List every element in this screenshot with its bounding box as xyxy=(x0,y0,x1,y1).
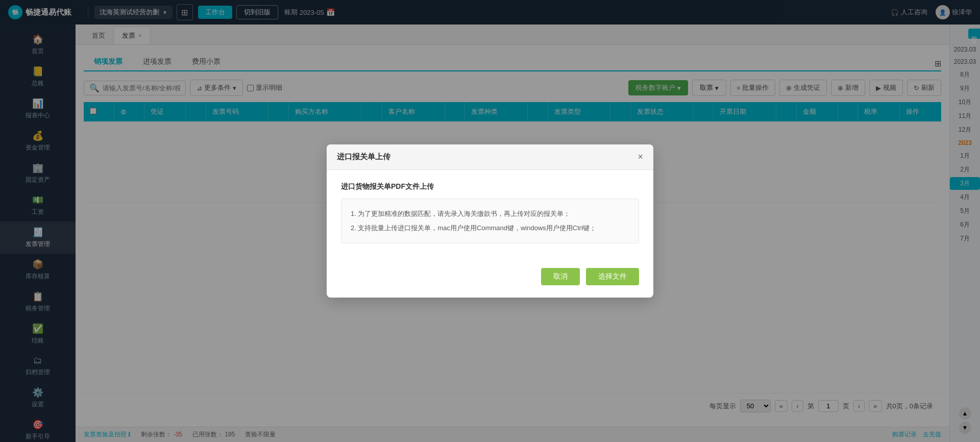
modal-overlay[interactable]: 进口报关单上传 × 进口货物报关单PDF文件上传 1. 为了更加精准的数据匹配，… xyxy=(0,0,980,442)
modal-tip-1: 1. 为了更加精准的数据匹配，请先录入海关缴款书，再上传对应的报关单； xyxy=(351,207,629,220)
modal-info-box: 1. 为了更加精准的数据匹配，请先录入海关缴款书，再上传对应的报关单； 2. 支… xyxy=(341,199,639,243)
modal-body: 进口货物报关单PDF文件上传 1. 为了更加精准的数据匹配，请先录入海关缴款书，… xyxy=(327,170,653,268)
modal-close-button[interactable]: × xyxy=(638,152,643,162)
modal-cancel-button[interactable]: 取消 xyxy=(541,268,580,285)
modal-header: 进口报关单上传 × xyxy=(327,144,653,170)
modal-title: 进口报关单上传 xyxy=(337,152,390,162)
modal-select-file-button[interactable]: 选择文件 xyxy=(586,268,639,285)
modal-section-title: 进口货物报关单PDF文件上传 xyxy=(341,182,639,191)
modal-footer: 取消 选择文件 xyxy=(327,268,653,298)
import-modal: 进口报关单上传 × 进口货物报关单PDF文件上传 1. 为了更加精准的数据匹配，… xyxy=(327,144,653,298)
modal-tip-2: 2. 支持批量上传进口报关单，mac用户使用Command键，windows用户… xyxy=(351,222,629,235)
